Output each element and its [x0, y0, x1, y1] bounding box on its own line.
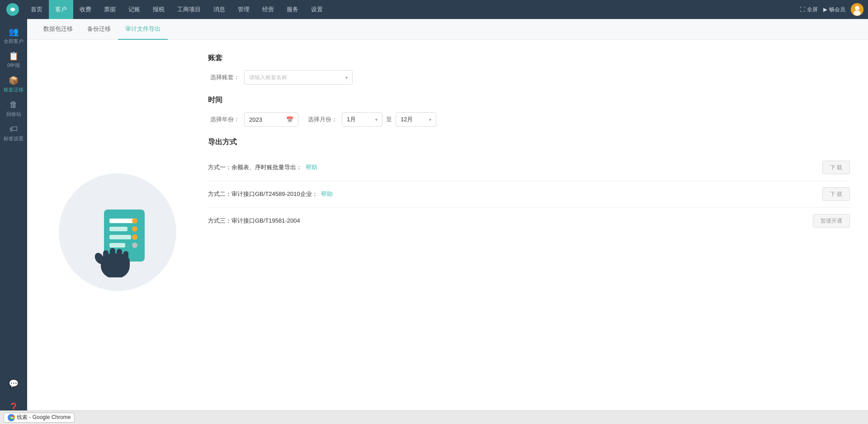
- taskbar-item-label: 线索 - Google Chrome: [17, 414, 71, 421]
- nav-invoice[interactable]: 票据: [98, 0, 122, 19]
- method-3-text: 方式三：审计接口GB/T19581-2004: [208, 217, 300, 225]
- nav-service[interactable]: 服务: [280, 0, 305, 19]
- illustration-circle: [59, 173, 176, 291]
- method-3-prefix: 方式三：审计接口GB/T19581-2004: [208, 217, 300, 224]
- account-section-title: 账套: [208, 53, 850, 63]
- year-value: 2023: [249, 116, 262, 123]
- method-row-2: 方式二：审计接口GB/T24589-2010企业： 帮助 下 载: [208, 181, 850, 208]
- tab-audit-export[interactable]: 审计文件导出: [118, 19, 168, 40]
- svg-point-13: [132, 243, 137, 248]
- month-label: 选择月份：: [306, 115, 342, 124]
- tab-data-migration[interactable]: 数据包迁移: [36, 19, 80, 40]
- svg-rect-7: [109, 227, 127, 231]
- nav-right-area: ⛶ 全屏 ▶ 畅会员: [800, 3, 863, 16]
- sidebar-item-zero-declaration[interactable]: 📋 0申报: [0, 48, 27, 72]
- taskbar-chrome-item[interactable]: 线索 - Google Chrome: [4, 413, 75, 423]
- zero-declaration-icon: 📋: [9, 52, 19, 62]
- nav-settings[interactable]: 设置: [305, 0, 329, 19]
- method-3-open-button[interactable]: 暂缓开通: [813, 214, 850, 228]
- taskbar: 线索 - Google Chrome: [0, 410, 868, 424]
- calendar-icon: 📅: [286, 116, 293, 123]
- customers-icon: 👥: [9, 27, 19, 37]
- nav-bookkeeping[interactable]: 记账: [122, 0, 146, 19]
- account-chevron-icon: ▾: [345, 75, 348, 80]
- month-end-value: 12月: [401, 115, 413, 124]
- svg-rect-18: [117, 249, 122, 262]
- svg-point-10: [132, 218, 137, 224]
- method-row-3: 方式三：审计接口GB/T19581-2004 暂缓开通: [208, 208, 850, 234]
- month-end-select[interactable]: 12月 ▾: [396, 112, 436, 127]
- sidebar-item-all-customers[interactable]: 👥 全部客户: [0, 24, 27, 48]
- recycle-icon: 🗑: [9, 100, 18, 110]
- svg-rect-6: [109, 219, 134, 223]
- account-label: 选择账套：: [208, 73, 244, 81]
- form-side: 账套 选择账套： 请输入账套名称 ▾ 时间 选择年份： 2023 📅 选择月份：…: [190, 53, 850, 410]
- svg-rect-9: [109, 243, 125, 248]
- time-section-title: 时间: [208, 95, 850, 105]
- method-2-help-link[interactable]: 帮助: [321, 191, 333, 197]
- nav-message[interactable]: 消息: [207, 0, 231, 19]
- method-2-prefix: 方式二：审计接口GB/T24589-2010企业：: [208, 191, 318, 197]
- app-logo[interactable]: [5, 1, 21, 18]
- export-methods: 导出方式 方式一：余额表、序时账批量导出： 帮助 下 载 方式二：审计接口GB/…: [208, 138, 850, 234]
- sidebar-item-account-migration[interactable]: 📦 账套迁移: [0, 72, 27, 97]
- nav-operation[interactable]: 经营: [256, 0, 280, 19]
- method-2-text: 方式二：审计接口GB/T24589-2010企业： 帮助: [208, 190, 333, 198]
- svg-point-12: [132, 234, 137, 240]
- sidebar-item-chat[interactable]: 💬: [7, 372, 20, 396]
- year-label: 选择年份：: [208, 115, 244, 124]
- migration-icon: 📦: [9, 76, 19, 86]
- account-placeholder: 请输入账套名称: [249, 74, 287, 81]
- sidebar-item-tag-settings[interactable]: 🏷 标签设置: [0, 121, 27, 145]
- method-1-prefix: 方式一：余额表、序时账批量导出：: [208, 164, 302, 171]
- method-1-download-button[interactable]: 下 载: [822, 161, 850, 174]
- method-1-help-link[interactable]: 帮助: [306, 164, 317, 171]
- sidebar-item-recycle[interactable]: 🗑 回收站: [0, 96, 27, 121]
- method-1-text: 方式一：余额表、序时账批量导出： 帮助: [208, 163, 317, 172]
- nav-home[interactable]: 首页: [24, 0, 49, 19]
- account-select[interactable]: 请输入账套名称 ▾: [244, 70, 353, 85]
- nav-fee[interactable]: 收费: [73, 0, 98, 19]
- to-separator: 至: [386, 115, 392, 124]
- avatar[interactable]: [851, 3, 863, 16]
- tag-icon: 🏷: [9, 124, 18, 134]
- year-input[interactable]: 2023 📅: [244, 112, 298, 127]
- nav-manage[interactable]: 管理: [231, 0, 256, 19]
- svg-point-1: [11, 8, 14, 11]
- member-button[interactable]: ▶ 畅会员: [823, 6, 845, 14]
- account-form-row: 选择账套： 请输入账套名称 ▾: [208, 70, 850, 85]
- main-content: 数据包迁移 备份迁移 审计文件导出: [27, 19, 868, 424]
- tab-backup-migration[interactable]: 备份迁移: [80, 19, 118, 40]
- export-section-title: 导出方式: [208, 138, 850, 147]
- sidebar: 👥 全部客户 📋 0申报 📦 账套迁移 🗑 回收站 🏷 标签设置 💬 ❓: [0, 19, 27, 424]
- nav-tax[interactable]: 报税: [146, 0, 171, 19]
- svg-point-4: [854, 10, 861, 16]
- svg-rect-17: [110, 248, 115, 262]
- nav-menu: 首页 客户 收费 票据 记账 报税 工商项目 消息 管理 经营 服务 设置: [24, 0, 800, 19]
- top-nav: 首页 客户 收费 票据 记账 报税 工商项目 消息 管理 经营 服务 设置 ⛶ …: [0, 0, 868, 19]
- svg-rect-8: [109, 235, 131, 239]
- time-form-row: 选择年份： 2023 📅 选择月份： 1月 ▾ 至 12月 ▾: [208, 112, 850, 127]
- method-row-1: 方式一：余额表、序时账批量导出： 帮助 下 载: [208, 154, 850, 181]
- chat-icon: 💬: [9, 379, 19, 389]
- month-start-value: 1月: [347, 115, 356, 124]
- chrome-icon: [8, 414, 15, 421]
- method-2-download-button[interactable]: 下 载: [822, 187, 850, 201]
- svg-point-11: [132, 226, 137, 232]
- fullscreen-button[interactable]: ⛶ 全屏: [800, 6, 818, 14]
- tab-bar: 数据包迁移 备份迁移 审计文件导出: [27, 19, 868, 40]
- svg-point-3: [855, 6, 859, 10]
- illustration-side: [45, 53, 190, 410]
- content-area: 账套 选择账套： 请输入账套名称 ▾ 时间 选择年份： 2023 📅 选择月份：…: [27, 40, 868, 424]
- month-start-chevron-icon: ▾: [375, 117, 377, 122]
- nav-business[interactable]: 工商项目: [171, 0, 207, 19]
- svg-rect-19: [123, 251, 128, 261]
- nav-customer[interactable]: 客户: [49, 0, 73, 19]
- month-start-select[interactable]: 1月 ▾: [342, 112, 382, 127]
- month-end-chevron-icon: ▾: [429, 117, 431, 122]
